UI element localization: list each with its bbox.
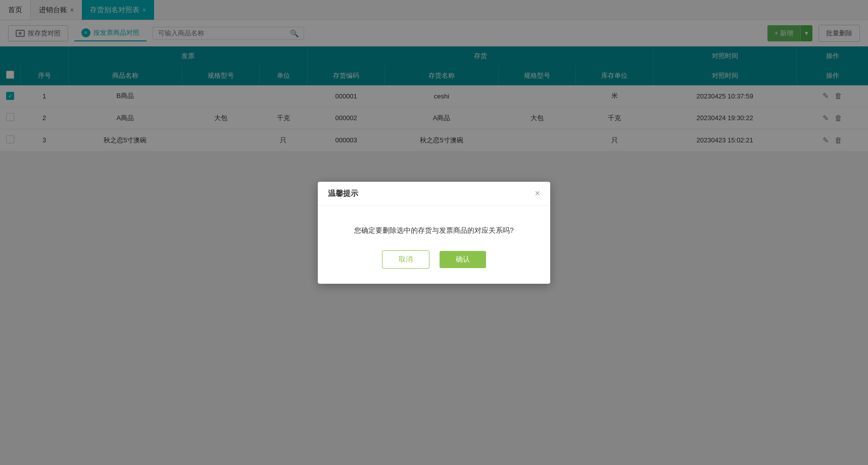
confirm-dialog: 温馨提示 × 您确定要删除选中的存货与发票商品的对应关系吗? 取消 确认 [318, 182, 550, 284]
dialog-message: 您确定要删除选中的存货与发票商品的对应关系吗? [354, 226, 514, 234]
dialog-title: 温馨提示 [328, 189, 358, 198]
dialog-overlay: 温馨提示 × 您确定要删除选中的存货与发票商品的对应关系吗? 取消 确认 [0, 0, 868, 465]
dialog-body: 您确定要删除选中的存货与发票商品的对应关系吗? [318, 206, 550, 250]
dialog-header: 温馨提示 × [318, 182, 550, 206]
dialog-footer: 取消 确认 [318, 250, 550, 284]
dialog-close-button[interactable]: × [535, 189, 540, 198]
confirm-button[interactable]: 确认 [440, 251, 486, 268]
cancel-button[interactable]: 取消 [382, 250, 429, 269]
